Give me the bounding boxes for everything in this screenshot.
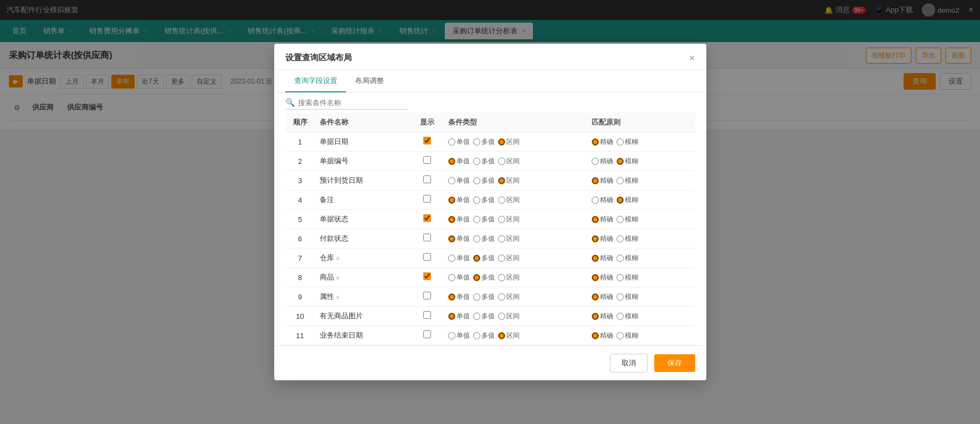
col-order: 顺序: [285, 113, 315, 130]
modal-tab-layout-label: 布局调整: [355, 76, 384, 85]
modal-title: 设置查询区域布局: [285, 53, 352, 63]
settings-modal: 设置查询区域布局 × 查询字段设置 布局调整 🔍 顺序: [274, 44, 706, 130]
modal-tab-layout[interactable]: 布局调整: [346, 70, 393, 92]
modal-table-wrap: 顺序 条件名称 显示 条件类型 匹配原则 1单据日期单值多值区间精确模糊2单据编…: [274, 113, 706, 130]
search-box: 🔍: [285, 98, 407, 110]
modal-tab-query-label: 查询字段设置: [294, 76, 337, 85]
modal-search: 🔍: [274, 92, 706, 113]
modal-table-header-row: 顺序 条件名称 显示 条件类型 匹配原则: [285, 113, 695, 130]
modal-header: 设置查询区域布局 ×: [274, 44, 706, 70]
modal-close-button[interactable]: ×: [689, 53, 695, 63]
modal-tabs: 查询字段设置 布局调整: [274, 70, 706, 92]
search-input[interactable]: [298, 99, 398, 107]
modal-overlay: 设置查询区域布局 × 查询字段设置 布局调整 🔍 顺序: [0, 0, 980, 130]
modal-tab-query[interactable]: 查询字段设置: [285, 70, 346, 92]
search-icon: 🔍: [285, 98, 295, 107]
col-name: 条件名称: [315, 113, 411, 130]
col-display: 显示: [411, 113, 443, 130]
col-type: 条件类型: [444, 113, 587, 130]
col-match: 匹配原则: [587, 113, 695, 130]
modal-table: 顺序 条件名称 显示 条件类型 匹配原则 1单据日期单值多值区间精确模糊2单据编…: [285, 113, 695, 130]
